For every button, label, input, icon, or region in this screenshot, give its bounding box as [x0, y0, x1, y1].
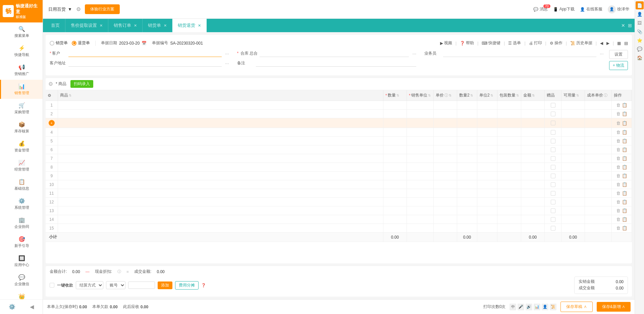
row-gift-1[interactable]	[545, 101, 561, 110]
tab-sale_out[interactable]: 销货单✕	[143, 19, 172, 32]
message-btn[interactable]: 💬 消息 70	[533, 6, 548, 12]
gift-checkbox-2[interactable]	[551, 112, 555, 116]
row-ops-15[interactable]: 🗑📋	[612, 224, 632, 233]
sidebar-item-newbie[interactable]: 🎯新手引导	[0, 233, 43, 252]
sidebar-item-marketing[interactable]: 📢营销推广	[0, 61, 43, 80]
help-btn[interactable]: ❓ 帮助	[460, 40, 474, 46]
delete-row-icon-11[interactable]: 🗑	[616, 191, 621, 196]
row-col-qty2-3[interactable]	[457, 118, 477, 128]
footer-icon-1[interactable]: 中	[509, 304, 516, 310]
save-draft-btn[interactable]: 保存草稿 ∧	[560, 302, 592, 312]
address-more-btn[interactable]: ···	[225, 61, 229, 66]
staff-more-btn[interactable]: ···	[600, 51, 604, 56]
app-download-btn[interactable]: 📱 App下载	[553, 6, 575, 12]
tab-close-sale_return[interactable]: ✕	[198, 23, 201, 28]
gift-checkbox-3[interactable]	[551, 121, 555, 125]
calc-method-select[interactable]: 结算方式	[76, 281, 103, 289]
right-panel-btn-6[interactable]: 💬	[636, 45, 644, 53]
gift-checkbox-13[interactable]	[551, 208, 555, 213]
delete-row-icon-2[interactable]: 🗑	[616, 111, 621, 116]
row-col-pack-3[interactable]	[497, 118, 521, 128]
delete-row-icon-4[interactable]: 🗑	[616, 130, 621, 135]
gift-checkbox-8[interactable]	[551, 165, 555, 170]
warehouse-input[interactable]	[260, 50, 409, 57]
row-gift-11[interactable]	[545, 189, 561, 198]
copy-row-icon-13[interactable]: 📋	[622, 208, 627, 213]
collapse-icon[interactable]: ◀	[29, 302, 35, 311]
row-ops-9[interactable]: 🗑📋	[612, 172, 632, 180]
sidebar-item-operation[interactable]: 📈经营管理	[0, 156, 43, 175]
address-input[interactable]	[68, 60, 222, 67]
delete-row-icon-14[interactable]: 🗑	[616, 217, 621, 222]
row-col-price-3[interactable]	[434, 118, 457, 128]
logistics-btn[interactable]: + 物流	[609, 61, 628, 70]
row-gift-5[interactable]	[545, 137, 561, 145]
copy-row-icon-6[interactable]: 📋	[622, 147, 627, 152]
row-gift-13[interactable]	[545, 206, 561, 215]
row-ops-6[interactable]: 🗑📋	[612, 145, 632, 154]
row-ops-8[interactable]: 🗑📋	[612, 163, 632, 172]
copy-row-icon-9[interactable]: 📋	[622, 173, 627, 178]
history-btn[interactable]: 📜 历史单据	[570, 40, 592, 46]
right-panel-btn-4[interactable]: 📎	[636, 27, 644, 36]
amount-input[interactable]	[128, 281, 155, 289]
copy-row-icon-3[interactable]: 📋	[622, 121, 627, 126]
row-gift-8[interactable]	[545, 163, 561, 172]
footer-icon-6[interactable]: 📜	[550, 304, 556, 310]
gift-checkbox-7[interactable]	[551, 156, 555, 161]
delete-row-icon-10[interactable]: 🗑	[616, 182, 621, 187]
delete-row-icon-3[interactable]: 🗑	[616, 121, 621, 126]
delete-row-icon-15[interactable]: 🗑	[616, 226, 621, 231]
column-settings-icon[interactable]: ⚙	[48, 81, 53, 87]
customer-more-btn[interactable]: ···	[225, 51, 229, 56]
row-ops-1[interactable]: 🗑📋	[612, 101, 632, 110]
delete-row-icon-13[interactable]: 🗑	[616, 208, 621, 213]
sidebar-item-inventory[interactable]: 📦库存核算	[0, 118, 43, 137]
row-gift-14[interactable]	[545, 215, 561, 224]
row-gift-10[interactable]	[545, 180, 561, 189]
delete-row-icon-5[interactable]: 🗑	[616, 138, 621, 143]
sidebar-item-sales[interactable]: 📊销售管理	[0, 80, 43, 99]
sidebar-item-finance[interactable]: 💰资金管理	[0, 137, 43, 156]
daily-goods-selector[interactable]: 日用百货 ▼	[48, 6, 72, 12]
scan-btn[interactable]: 扫码录入	[70, 80, 93, 88]
row-ops-2[interactable]: 🗑📋	[612, 110, 632, 118]
sidebar-item-vip[interactable]: 👑畅会员	[0, 290, 43, 299]
right-panel-btn-3[interactable]: 🖼	[636, 19, 644, 27]
row-col-unit-3[interactable]	[407, 118, 434, 128]
row-gift-12[interactable]	[545, 198, 561, 206]
row-ops-7[interactable]: 🗑📋	[612, 154, 632, 163]
row-gift-4[interactable]	[545, 128, 561, 137]
sidebar-item-shortcut[interactable]: ⚡快捷导航	[0, 42, 43, 61]
tab-close-sale_out[interactable]: ✕	[164, 23, 167, 28]
one-click-checkbox[interactable]	[50, 283, 54, 288]
row-col-amount-3[interactable]	[521, 118, 545, 128]
delete-row-icon-7[interactable]: 🗑	[616, 156, 621, 161]
view-list-btn[interactable]: ▦	[617, 41, 621, 46]
service-btn[interactable]: 👤 在线客服	[580, 6, 602, 12]
sidebar-item-enterprise[interactable]: 🏢企业协同	[0, 213, 43, 233]
gift-checkbox-1[interactable]	[551, 103, 555, 108]
gift-checkbox-14[interactable]	[551, 217, 555, 222]
row-gift-15[interactable]	[545, 224, 561, 233]
right-panel-btn-2[interactable]: 👤	[636, 10, 644, 18]
print-btn[interactable]: 🖨 打印	[529, 40, 542, 46]
gift-checkbox-12[interactable]	[551, 200, 555, 204]
gift-checkbox-15[interactable]	[551, 226, 555, 231]
select-btn[interactable]: ☰ 选单	[508, 40, 521, 46]
row-ops-5[interactable]: 🗑📋	[612, 137, 632, 145]
row-gift-6[interactable]	[545, 145, 561, 154]
radio-sale[interactable]: 销货单	[50, 40, 68, 46]
copy-row-icon-8[interactable]: 📋	[622, 165, 627, 170]
next-btn[interactable]: ▶	[606, 41, 609, 46]
row-gift-3[interactable]	[545, 118, 561, 128]
radio-return[interactable]: 退货单	[72, 40, 90, 46]
close-tab-btn[interactable]: ✕	[621, 23, 625, 28]
row-ops-12[interactable]: 🗑📋	[612, 198, 632, 206]
operate-btn[interactable]: ⚙ 操作	[550, 40, 562, 46]
footer-icon-3[interactable]: 🔊	[526, 304, 532, 310]
header-gear-icon[interactable]: ⚙	[76, 6, 81, 12]
sidebar-item-purchase[interactable]: 🛒采购管理	[0, 99, 43, 118]
gift-checkbox-10[interactable]	[551, 182, 555, 187]
copy-row-icon-12[interactable]: 📋	[622, 199, 627, 204]
